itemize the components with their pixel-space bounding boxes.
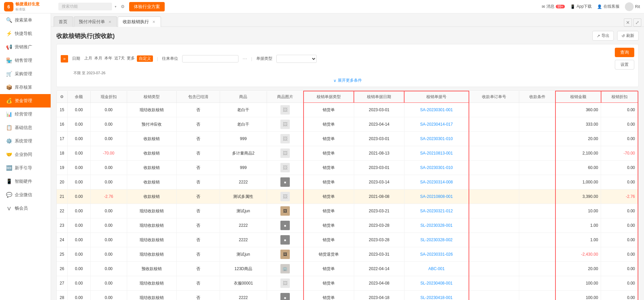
- tab-collection[interactable]: 收款核销执行 ✕: [118, 16, 161, 27]
- cell-receipt-cond: [519, 161, 555, 175]
- col-header-amount: 核销金额: [555, 91, 601, 103]
- sidebar-item-purchase[interactable]: 🛒 采购管理: [0, 67, 51, 81]
- inventory-icon: 📦: [6, 84, 12, 90]
- sidebar-item-system[interactable]: ⚙️ 系统管理: [0, 134, 51, 148]
- table-row: 19 0.00 0.00 收款核销 否 999 🖼 销货单 2023-03-01…: [57, 161, 638, 175]
- sidebar-item-guide[interactable]: 🆕 新手引导: [0, 161, 51, 175]
- cell-voucher-no: SA-20230301-010: [404, 132, 469, 146]
- filter-expand-btn[interactable]: »: [61, 55, 68, 62]
- cell-num: 17: [57, 132, 67, 146]
- date-link-more[interactable]: 更多: [127, 55, 135, 62]
- cell-receipt-order: [469, 189, 519, 204]
- discount-value: 0.00: [105, 252, 112, 257]
- writeoff-value: 0.00: [627, 281, 635, 286]
- discount-value: 0.00: [105, 108, 112, 112]
- message-btn[interactable]: ✉ 消息 99+: [542, 4, 565, 9]
- cell-num: 19: [57, 161, 67, 175]
- cell-goods-img: 🖼: [267, 132, 303, 146]
- sidebar-item-inventory[interactable]: 📦 库存核算: [0, 81, 51, 94]
- app-download-btn[interactable]: 📱 App下载: [570, 4, 592, 9]
- cell-goods-img: 🖼: [267, 146, 303, 161]
- dropdown-arrow[interactable]: ▾: [115, 5, 116, 8]
- sidebar-item-search[interactable]: 🔍 搜索菜单: [0, 13, 51, 27]
- setting-btn[interactable]: 设置: [615, 60, 634, 70]
- user-area[interactable]: Rit: [625, 2, 640, 11]
- receipt-type-select[interactable]: [276, 55, 317, 63]
- col-header-setting[interactable]: ⚙: [57, 91, 67, 103]
- amount-value: 333.00: [586, 122, 598, 127]
- sidebar-item-finance[interactable]: 💰 资金管理: [0, 94, 51, 108]
- cell-receipt-order: [469, 262, 519, 276]
- table-row: 20 0.00 0.00 收款核销 否 2222 ■ 销货单 2023-03-1…: [57, 175, 638, 189]
- table-row: 21 0.00 -2.76 收款核销 否 测试多属性 🖼 销货单 2021-08…: [57, 189, 638, 204]
- writeoff-value: 0.00: [627, 252, 635, 257]
- cell-voucher-date: 2021-08-13: [354, 146, 404, 161]
- cell-num: 23: [57, 218, 67, 233]
- cell-receipt-order: [469, 175, 519, 189]
- expand-more-btn[interactable]: ∨ 展开更多条件: [61, 78, 634, 83]
- table-row: 26 0.00 0.00 预收款核销 否 123D商品 🏢 销货单 2022-0…: [57, 262, 638, 276]
- cell-receipt-order: [469, 276, 519, 291]
- sidebar-item-marketing[interactable]: 📢 营销推广: [0, 40, 51, 54]
- partner-input[interactable]: [182, 55, 238, 62]
- settings-icon[interactable]: ⚙: [119, 3, 126, 10]
- sales-icon: 🏪: [6, 57, 12, 63]
- tab-prepay-close[interactable]: ✕: [108, 20, 111, 24]
- col-header-writeoff-discount: 核销折扣: [601, 91, 638, 103]
- sidebar-item-smarthw[interactable]: 📱 智能硬件: [0, 175, 51, 188]
- cell-writeoff-discount: 0.00: [601, 161, 638, 175]
- export-btn[interactable]: ↗ 导出: [592, 31, 614, 41]
- sidebar-item-sales[interactable]: 🏪 销售管理: [0, 54, 51, 67]
- col-header-goods-img: 商品图片: [267, 91, 303, 103]
- goods-image: 🏢: [280, 264, 290, 273]
- cell-goods: 测试多属性: [220, 189, 267, 204]
- sidebar-item-operation[interactable]: 📊 经营管理: [0, 108, 51, 121]
- header-actions: ↗ 导出 ↺ 刷新: [592, 31, 639, 41]
- cell-type: 现结收款核销: [127, 103, 177, 117]
- cell-amount: 360.00: [555, 103, 601, 117]
- sidebar-item-enterprise[interactable]: 🤝 企业协同: [0, 148, 51, 161]
- cell-voucher-no: SA-20230314-008: [404, 175, 469, 189]
- cell-voucher-type: 销货单: [304, 189, 354, 204]
- cell-amount: 1,000.00: [555, 175, 601, 189]
- search-icon: 🔍: [6, 17, 12, 23]
- industry-btn[interactable]: 体验行业方案: [129, 2, 165, 11]
- cell-goods: 衣服00001: [220, 276, 267, 291]
- cell-goods: 老白干: [220, 117, 267, 132]
- cell-goods: 老白干: [220, 103, 267, 117]
- cell-type: 收款核销: [127, 175, 177, 189]
- date-custom[interactable]: 自定义: [137, 55, 153, 62]
- col-header-voucher-type: 核销单据类型: [304, 91, 354, 103]
- online-service-btn[interactable]: 👤 在线客服: [597, 4, 620, 9]
- cell-writeoff-discount: 0.00: [601, 132, 638, 146]
- global-search[interactable]: 搜索功能: [58, 3, 112, 10]
- tab-close-btn[interactable]: ✕: [624, 18, 632, 27]
- cell-discount: 0.00: [91, 103, 127, 117]
- tab-home[interactable]: 首页: [54, 16, 73, 27]
- operation-icon: 📊: [6, 111, 12, 117]
- query-btn[interactable]: 查询: [615, 48, 634, 57]
- tab-bar: 首页 预付冲应付单 ✕ 收款核销执行 ✕ ✕ ⤢: [51, 13, 644, 27]
- date-link-thisyear[interactable]: 本年: [104, 55, 112, 62]
- refresh-btn[interactable]: ↺ 刷新: [617, 31, 639, 41]
- cell-included: 否: [177, 103, 220, 117]
- table-row: 25 0.00 0.00 现结收款核销 否 测试jun 🖼 销货退货单 2023…: [57, 247, 638, 262]
- sidebar-item-member[interactable]: V 畅会员: [0, 202, 51, 215]
- sidebar-item-basicinfo[interactable]: 📋 基础信息: [0, 121, 51, 134]
- sidebar-item-wechat[interactable]: 💬 企业微信: [0, 188, 51, 202]
- tab-prepay[interactable]: 预付冲应付单 ✕: [74, 16, 117, 27]
- date-link-7days[interactable]: 近7天: [114, 55, 125, 62]
- date-link-thismonth[interactable]: 本月: [94, 55, 102, 62]
- export-icon: ↗: [597, 34, 600, 38]
- amount-value: 20.00: [588, 266, 598, 271]
- cell-voucher-date: 2023-03-28: [354, 233, 404, 247]
- cell-discount: 0.00: [91, 175, 127, 189]
- tab-collection-close[interactable]: ✕: [152, 20, 155, 24]
- sidebar-item-quicknav[interactable]: ⚡ 快捷导航: [0, 27, 51, 40]
- date-link-lastmonth[interactable]: 上月: [84, 55, 92, 62]
- cell-voucher-date: 2023-04-14: [354, 117, 404, 132]
- cell-voucher-date: 2023-03-28: [354, 218, 404, 233]
- tab-expand-btn[interactable]: ⤢: [633, 18, 641, 27]
- cell-receipt-order: [469, 103, 519, 117]
- partner-more-btn[interactable]: ···: [243, 56, 247, 62]
